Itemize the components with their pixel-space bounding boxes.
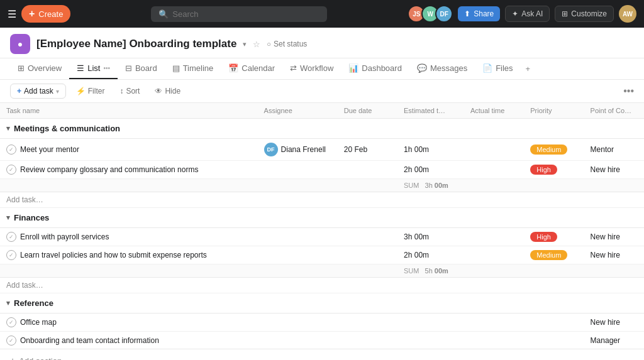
share-button[interactable]: ⬆ Share xyxy=(458,6,500,21)
add-task-plus-icon: + xyxy=(17,87,21,95)
sort-button[interactable]: ↕ Sort xyxy=(114,84,145,98)
tab-nav: ⊞ Overview ☰ List ••• ⊟ Board ▤ Timeline… xyxy=(0,58,644,80)
add-section-button[interactable]: + Add section xyxy=(0,349,644,360)
tab-board-label: Board xyxy=(135,63,157,73)
add-tab-button[interactable]: + xyxy=(521,59,536,79)
hamburger-icon[interactable]: ☰ xyxy=(8,8,16,20)
sort-icon: ↕ xyxy=(119,87,123,95)
tab-overview[interactable]: ⊞ Overview xyxy=(10,58,69,79)
col-point-of-contact: Point of Co… xyxy=(584,103,644,119)
task-check-icon[interactable]: ✓ xyxy=(6,232,16,242)
section-meetings-chevron[interactable]: ▾ xyxy=(6,124,10,133)
tab-files[interactable]: 📄 Files xyxy=(475,58,520,79)
section-reference-chevron[interactable]: ▾ xyxy=(6,299,10,307)
task-name-text: Meet your mentor xyxy=(20,145,79,154)
sort-label: Sort xyxy=(126,87,140,95)
tab-messages[interactable]: 💬 Messages xyxy=(409,58,475,79)
search-bar[interactable]: 🔍 xyxy=(151,6,327,22)
filter-button[interactable]: ⚡ Filter xyxy=(71,84,110,98)
col-task-name: Task name xyxy=(0,103,258,119)
task-check-icon[interactable]: ✓ xyxy=(6,250,16,260)
plus-icon: + xyxy=(29,8,35,19)
tab-overview-label: Overview xyxy=(28,63,62,73)
task-name-text: Learn travel policies and how to submit … xyxy=(20,251,207,259)
task-check-icon[interactable]: ✓ xyxy=(6,165,16,175)
add-task-inline-label: Add task… xyxy=(6,281,43,290)
hide-button[interactable]: 👁 Hide xyxy=(150,84,186,98)
point-of-contact: Manager xyxy=(591,336,620,345)
sum-row-finances: SUM 5h 00m xyxy=(0,265,644,278)
add-task-row-meetings[interactable]: Add task… xyxy=(0,192,644,208)
point-of-contact: New hire xyxy=(591,318,620,327)
task-check-icon[interactable]: ✓ xyxy=(6,145,16,155)
chevron-down-icon[interactable]: ▾ xyxy=(243,40,247,48)
ask-ai-button[interactable]: ✦ Ask AI xyxy=(505,6,550,22)
my-avatar[interactable]: AW xyxy=(619,5,636,23)
topbar: ☰ + Create 🔍 JS W DF ⬆ Share ✦ Ask AI ⊞ … xyxy=(0,0,644,28)
priority-badge: High xyxy=(530,165,557,175)
point-of-contact: Mentor xyxy=(591,145,614,154)
tab-board[interactable]: ⊟ Board xyxy=(118,58,165,79)
task-row[interactable]: ✓ Learn travel policies and how to submi… xyxy=(0,246,644,265)
hide-icon: 👁 xyxy=(155,87,162,95)
add-task-button[interactable]: + Add task ▾ xyxy=(10,84,66,99)
assignee-name: Diana Frenell xyxy=(281,145,326,154)
tab-dashboard[interactable]: 📊 Dashboard xyxy=(341,58,409,79)
table-header: Task name Assignee Due date Estimated t…… xyxy=(0,103,644,119)
project-title: [Employee Name] Onboarding template xyxy=(36,38,236,50)
section-reference: ▾ Reference xyxy=(0,293,644,314)
circle-icon: ○ xyxy=(267,40,271,48)
set-status-button[interactable]: ○ Set status xyxy=(267,40,307,48)
tab-messages-label: Messages xyxy=(430,63,467,73)
customize-button[interactable]: ⊞ Customize xyxy=(555,6,614,22)
project-icon: ● xyxy=(10,34,30,54)
create-button[interactable]: + Create xyxy=(21,5,70,23)
plus-icon: + xyxy=(10,356,15,360)
table-container: Task name Assignee Due date Estimated t…… xyxy=(0,103,644,349)
timeline-icon: ▤ xyxy=(172,63,180,73)
star-icon[interactable]: ☆ xyxy=(253,40,260,49)
tab-timeline[interactable]: ▤ Timeline xyxy=(165,58,221,79)
more-options-button[interactable]: ••• xyxy=(623,85,634,97)
task-check-icon[interactable]: ✓ xyxy=(6,335,16,346)
tab-calendar[interactable]: 📅 Calendar xyxy=(221,58,282,79)
point-of-contact: New hire xyxy=(591,165,620,174)
filter-label: Filter xyxy=(88,87,105,95)
tab-calendar-label: Calendar xyxy=(242,63,275,73)
assignee-chip: DF Diana Frenell xyxy=(264,143,331,156)
topbar-left: ☰ + Create xyxy=(8,5,70,23)
search-icon: 🔍 xyxy=(158,9,169,19)
set-status-label: Set status xyxy=(274,40,307,48)
list-options-icon[interactable]: ••• xyxy=(103,65,110,72)
ai-icon: ✦ xyxy=(512,9,518,18)
priority-badge: High xyxy=(530,232,557,242)
estimated-time: 3h 00m xyxy=(404,232,429,241)
tab-list[interactable]: ☰ List ••• xyxy=(69,58,118,79)
tab-list-label: List xyxy=(87,63,100,73)
col-priority: Priority xyxy=(524,103,584,119)
col-assignee: Assignee xyxy=(258,103,338,119)
section-finances-chevron[interactable]: ▾ xyxy=(6,214,10,222)
add-task-chevron-icon[interactable]: ▾ xyxy=(56,88,59,95)
search-input[interactable] xyxy=(172,9,319,19)
project-header: ● [Employee Name] Onboarding template ▾ … xyxy=(0,28,644,58)
task-name-text: Enroll with payroll services xyxy=(20,232,109,241)
task-row[interactable]: ✓ Onboarding and team contact informatio… xyxy=(0,332,644,349)
share-label: Share xyxy=(474,9,494,18)
tab-workflow-label: Workflow xyxy=(300,63,333,73)
add-task-row-finances[interactable]: Add task… xyxy=(0,278,644,293)
tab-workflow[interactable]: ⇄ Workflow xyxy=(282,58,341,79)
point-of-contact: New hire xyxy=(591,251,620,259)
task-row[interactable]: ✓ Enroll with payroll services 3h 00m Hi… xyxy=(0,228,644,246)
task-row[interactable]: ✓ Office map New hire xyxy=(0,314,644,332)
task-row[interactable]: ✓ Meet your mentor DF Diana Frenell 20 F… xyxy=(0,139,644,161)
table-body: ▾ Meetings & communication ✓ Meet your m… xyxy=(0,119,644,349)
board-icon: ⊟ xyxy=(125,63,132,73)
topbar-right: JS W DF ⬆ Share ✦ Ask AI ⊞ Customize AW xyxy=(408,5,636,23)
task-row[interactable]: ✓ Review company glossary and communicat… xyxy=(0,161,644,179)
priority-badge: Medium xyxy=(530,250,567,260)
add-section-label: Add section xyxy=(19,356,62,361)
customize-label: Customize xyxy=(571,9,607,18)
avatar-df: DF xyxy=(435,5,453,23)
task-check-icon[interactable]: ✓ xyxy=(6,317,16,327)
